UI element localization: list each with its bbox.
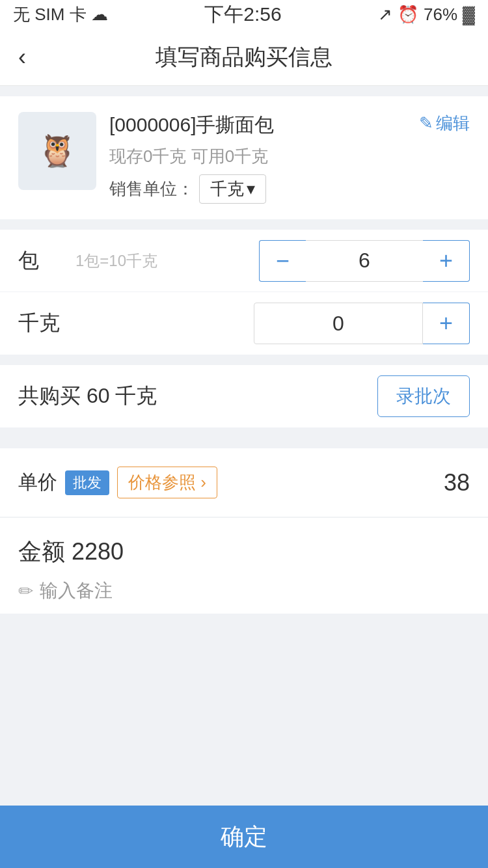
- bao-minus-button[interactable]: −: [259, 240, 306, 282]
- back-button[interactable]: ‹: [18, 44, 26, 71]
- battery-text: 76%: [424, 5, 457, 25]
- total-text: 共购买 60 千克: [18, 382, 157, 411]
- divider-2: [0, 355, 488, 365]
- price-section: 单价 批发 价格参照 › 38: [0, 448, 488, 517]
- alarm-icon: ⏰: [398, 5, 418, 25]
- edit-button[interactable]: ✎ 编辑: [419, 112, 470, 135]
- price-row: 单价 批发 价格参照 › 38: [18, 467, 470, 498]
- bao-input[interactable]: [306, 240, 423, 282]
- kg-value-display: 0: [254, 303, 423, 344]
- bao-controls: − +: [259, 240, 470, 282]
- unit-select[interactable]: 千克 ▾: [199, 174, 266, 204]
- product-unit-row: 销售单位： 千克 ▾: [109, 174, 470, 204]
- amount-section: 金额 2280 ✏ 输入备注: [0, 518, 488, 614]
- bao-input-row: 包 1包=10千克 − +: [0, 230, 488, 292]
- status-right: ↗ ⏰ 76% ▓: [378, 5, 475, 25]
- product-name: [0000006]手撕面包: [109, 112, 470, 139]
- divider-3: [0, 427, 488, 438]
- product-logo: 🦉: [38, 133, 77, 169]
- edit-icon: ✎: [419, 113, 433, 133]
- note-label: 输入备注: [40, 578, 113, 603]
- amount-number: 2280: [72, 538, 124, 565]
- status-left: 无 SIM 卡 ☁: [13, 3, 108, 26]
- battery-icon: ▓: [463, 5, 475, 25]
- bao-plus-button[interactable]: +: [423, 240, 470, 282]
- product-image: 🦉: [18, 112, 96, 190]
- amount-label: 金额: [18, 538, 65, 565]
- note-row[interactable]: ✏ 输入备注: [18, 578, 470, 603]
- edit-label: 编辑: [436, 112, 470, 135]
- confirm-button[interactable]: 确定: [0, 806, 488, 868]
- price-value: 38: [444, 469, 470, 496]
- batch-tag: 批发: [65, 470, 109, 495]
- kg-plus-button[interactable]: +: [423, 303, 470, 344]
- price-label: 单价: [18, 469, 57, 496]
- input-section: 包 1包=10千克 − + 千克 0 +: [0, 230, 488, 355]
- pencil-icon: ✏: [18, 580, 33, 602]
- total-row: 共购买 60 千克 录批次: [0, 365, 488, 427]
- product-stock: 现存0千克 可用0千克: [109, 145, 470, 168]
- status-time: 下午2:56: [204, 1, 281, 28]
- amount-row: 金额 2280: [18, 536, 470, 568]
- product-card: 🦉 [0000006]手撕面包 现存0千克 可用0千克 销售单位： 千克 ▾ ✎…: [0, 96, 488, 219]
- bao-hint: 1包=10千克: [75, 251, 259, 271]
- price-ref-button[interactable]: 价格参照 ›: [117, 467, 217, 498]
- nav-bar: ‹ 填写商品购买信息: [0, 29, 488, 86]
- kg-input-row: 千克 0 +: [0, 292, 488, 355]
- unit-label: 销售单位：: [109, 178, 194, 200]
- location-icon: ↗: [378, 5, 392, 25]
- unit-dropdown-icon: ▾: [247, 179, 255, 199]
- divider-1: [0, 219, 488, 230]
- bao-label: 包: [18, 247, 70, 275]
- kg-label: 千克: [18, 309, 70, 338]
- unit-value: 千克: [210, 178, 244, 200]
- no-sim-text: 无 SIM 卡 ☁: [13, 3, 108, 26]
- batch-button[interactable]: 录批次: [377, 375, 470, 417]
- product-info: [0000006]手撕面包 现存0千克 可用0千克 销售单位： 千克 ▾: [109, 112, 470, 204]
- price-label-group: 单价 批发 价格参照 ›: [18, 467, 217, 498]
- status-bar: 无 SIM 卡 ☁ 下午2:56 ↗ ⏰ 76% ▓: [0, 0, 488, 29]
- page-title: 填写商品购买信息: [156, 42, 332, 72]
- kg-controls: 0 +: [254, 303, 470, 344]
- grey-area: [0, 614, 488, 822]
